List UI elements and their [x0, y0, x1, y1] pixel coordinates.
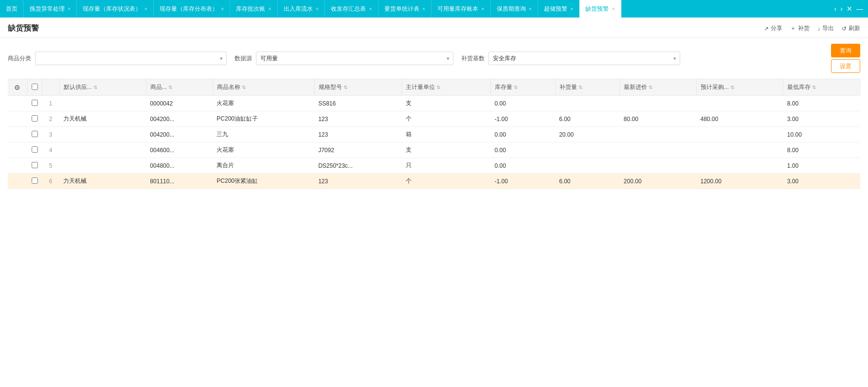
- row-checkbox-4: [27, 158, 42, 174]
- row-num-0: 1: [42, 96, 59, 111]
- sort-default-supplier-icon[interactable]: ⇅: [93, 85, 97, 90]
- col-stock-label: 库存量: [495, 83, 512, 91]
- row-product-name-2: 三九: [213, 127, 314, 142]
- tab-receive-send[interactable]: 收发存汇总表 ×: [325, 0, 378, 18]
- col-latest-price-label: 最新进价: [624, 83, 647, 91]
- sort-est-purchase-icon[interactable]: ⇅: [730, 85, 734, 90]
- row-select-checkbox-5[interactable]: [32, 177, 38, 184]
- tab-close-all-btn[interactable]: ✕: [847, 5, 852, 13]
- table-row: 1 0000042 火花塞 SS816 支 0.00 8.00: [8, 96, 860, 111]
- replenish-icon: ＋: [790, 24, 796, 33]
- column-settings-btn[interactable]: ⚙: [14, 84, 20, 91]
- tab-expiry-label: 保质期查询: [497, 5, 526, 13]
- row-select-checkbox-0[interactable]: [32, 100, 38, 106]
- row-checkbox-0: [27, 96, 42, 111]
- row-min-stock-1: 3.00: [783, 111, 860, 127]
- tab-inventory-dist[interactable]: 现存量（库存分布表） ×: [154, 0, 230, 18]
- row-num-2: 3: [42, 127, 59, 142]
- row-unit-5: 个: [402, 174, 490, 189]
- sort-product-name-icon[interactable]: ⇅: [242, 85, 246, 90]
- filter-category-select[interactable]: [35, 52, 227, 65]
- filter-data-source-select[interactable]: 可用量 库存量: [256, 52, 453, 65]
- tab-batch[interactable]: 库存批次账 ×: [230, 0, 277, 18]
- tab-receive-send-close[interactable]: ×: [369, 6, 372, 12]
- tab-demand-stat-close[interactable]: ×: [422, 6, 425, 12]
- row-est-purchase-0: [696, 96, 783, 111]
- tab-picking-anomaly-close[interactable]: ×: [68, 6, 71, 12]
- row-gear-0: [8, 96, 27, 111]
- sort-replenish-qty-icon[interactable]: ⇅: [579, 85, 582, 90]
- row-latest-price-5: 200.00: [620, 174, 697, 189]
- tab-shortage[interactable]: 缺货预警 ×: [579, 0, 621, 18]
- sort-unit-icon[interactable]: ⇅: [436, 85, 440, 90]
- tab-available-ledger[interactable]: 可用量库存账本 ×: [432, 0, 490, 18]
- row-checkbox-5: [27, 174, 42, 189]
- sort-spec-icon[interactable]: ⇅: [344, 85, 347, 90]
- tab-prev-btn[interactable]: ‹: [834, 5, 837, 13]
- col-product-code: 商品... ⇅: [146, 79, 213, 96]
- row-spec-0: SS816: [314, 96, 402, 111]
- tab-demand-stat[interactable]: 要货单统计表 ×: [379, 0, 432, 18]
- filter-replenish-base: 补货基数 安全库存 最低库存: [461, 52, 680, 65]
- row-min-stock-3: 8.00: [783, 142, 860, 158]
- row-latest-price-3: [620, 142, 697, 158]
- filter-category: 商品分类: [8, 52, 227, 65]
- row-spec-4: DS250*23c...: [314, 158, 402, 174]
- row-num-1: 2: [42, 111, 59, 127]
- tab-next-btn[interactable]: ›: [840, 5, 843, 13]
- row-unit-4: 只: [402, 158, 490, 174]
- tab-available-ledger-close[interactable]: ×: [481, 6, 484, 12]
- tab-overstock[interactable]: 超储预警 ×: [538, 0, 579, 18]
- tab-picking-anomaly[interactable]: 拣货异常处理 ×: [24, 0, 77, 18]
- tab-inout-flow-close[interactable]: ×: [316, 6, 319, 12]
- filter-replenish-base-select[interactable]: 安全库存 最低库存: [488, 52, 680, 65]
- row-stock-5: -1.00: [490, 174, 555, 189]
- filter-data-source-select-wrap: 可用量 库存量: [256, 52, 453, 65]
- settings-button[interactable]: 设置: [831, 59, 860, 73]
- tab-shortage-close[interactable]: ×: [612, 6, 615, 12]
- row-select-checkbox-3[interactable]: [32, 146, 38, 153]
- row-select-checkbox-4[interactable]: [32, 162, 38, 168]
- tab-batch-close[interactable]: ×: [268, 6, 271, 12]
- filter-actions: 查询 设置: [831, 44, 860, 73]
- replenish-action[interactable]: ＋ 补货: [790, 24, 810, 33]
- refresh-action[interactable]: ↺ 刷新: [842, 24, 860, 33]
- tab-home[interactable]: 首页: [0, 0, 24, 18]
- tab-inout-flow[interactable]: 出入库流水 ×: [278, 0, 325, 18]
- col-replenish-qty-label: 补货量: [560, 83, 577, 91]
- row-product-name-3: 火花塞: [213, 142, 314, 158]
- table-row: 3 004200... 三九 123 箱 0.00 20.00 10.00: [8, 127, 860, 142]
- table-row: 2 力天机械 004200... PC200油缸缸子 123 个 -1.00 6…: [8, 111, 860, 127]
- row-latest-price-2: [620, 127, 697, 142]
- export-action[interactable]: ↓ 导出: [817, 24, 834, 33]
- row-unit-2: 箱: [402, 127, 490, 142]
- sort-latest-price-icon[interactable]: ⇅: [649, 85, 652, 90]
- col-product-code-label: 商品...: [150, 83, 167, 91]
- row-product-code-4: 004800...: [146, 158, 213, 174]
- tab-expiry[interactable]: 保质期查询 ×: [491, 0, 538, 18]
- row-latest-price-0: [620, 96, 697, 111]
- share-action[interactable]: ↗ 分享: [764, 24, 782, 33]
- select-all-checkbox[interactable]: [32, 84, 38, 90]
- tab-inventory-status[interactable]: 现存量（库存状况表） ×: [77, 0, 153, 18]
- row-product-name-5: PC200张紧油缸: [213, 174, 314, 189]
- row-min-stock-4: 1.00: [783, 158, 860, 174]
- row-spec-2: 123: [314, 127, 402, 142]
- table-body: 1 0000042 火花塞 SS816 支 0.00 8.00 2 力天机械 0…: [8, 96, 860, 189]
- row-select-checkbox-1[interactable]: [32, 115, 38, 122]
- sort-min-stock-icon[interactable]: ⇅: [812, 85, 816, 90]
- tab-inventory-dist-close[interactable]: ×: [221, 6, 224, 12]
- row-est-purchase-4: [696, 158, 783, 174]
- col-row-num: [42, 79, 59, 96]
- row-select-checkbox-2[interactable]: [32, 131, 38, 137]
- row-product-code-0: 0000042: [146, 96, 213, 111]
- tab-overstock-close[interactable]: ×: [570, 6, 573, 12]
- col-stock: 库存量 ⇅: [490, 79, 555, 96]
- query-button[interactable]: 查询: [831, 44, 860, 57]
- row-unit-3: 支: [402, 142, 490, 158]
- sort-product-code-icon[interactable]: ⇅: [168, 85, 172, 90]
- sort-stock-icon[interactable]: ⇅: [514, 85, 518, 90]
- tab-expiry-close[interactable]: ×: [529, 6, 532, 12]
- tab-inventory-status-close[interactable]: ×: [144, 6, 147, 12]
- tab-minimize-btn[interactable]: —: [856, 5, 863, 13]
